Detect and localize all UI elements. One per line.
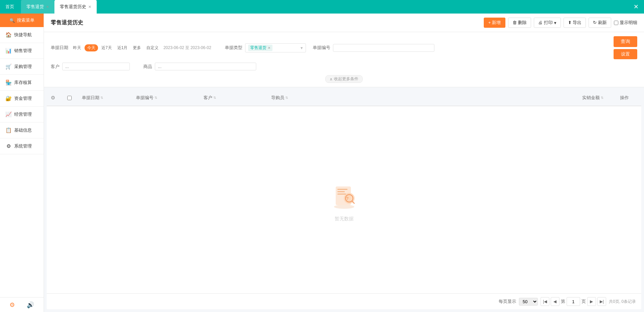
- purchase-icon: 🛒: [5, 64, 11, 70]
- query-button[interactable]: 查询: [614, 36, 637, 47]
- pagination-next-button[interactable]: ▶: [587, 297, 596, 306]
- inventory-icon: 🏪: [5, 80, 11, 86]
- setting-button[interactable]: 设置: [614, 49, 637, 59]
- sidebar-bottom: ⚙ 🔊: [0, 297, 44, 312]
- content-area: 零售退货历史 + 新增 🗑 删除 🖨 打印 ▾ ⬆ 导出 ↻ 刷新: [44, 14, 644, 312]
- tab-home[interactable]: 首页: [0, 0, 20, 14]
- th-action-label: 操作: [620, 95, 629, 101]
- th-guide: 导购员 ⇅: [267, 93, 321, 103]
- filter-goods-input[interactable]: [155, 63, 256, 70]
- th-amount-label: 实销金额: [582, 95, 600, 101]
- refresh-button[interactable]: ↻ 刷新: [589, 18, 611, 28]
- pagination-first-button[interactable]: |◀: [541, 297, 549, 306]
- page-title: 零售退货历史: [51, 19, 83, 26]
- filter-bill-type-tag-text: 零售退货: [250, 45, 266, 51]
- pagination-page-unit: 页: [581, 298, 586, 305]
- th-amount-sort-icon[interactable]: ⇅: [601, 96, 603, 99]
- date-option-yesterday[interactable]: 昨天: [71, 44, 83, 51]
- pagination-nav: |◀ ◀ 第 页 ▶ ▶|: [541, 297, 606, 306]
- filter-bill-no-input[interactable]: [333, 44, 434, 52]
- filter-bill-type-tag-close[interactable]: ✕: [268, 46, 270, 50]
- pagination-page-input[interactable]: [567, 297, 580, 306]
- top-bar: 首页 零售退货 ✕ 零售退货历史 ✕ ✕: [0, 0, 644, 14]
- sidebar-item-operations[interactable]: 📈 经营管理: [0, 107, 44, 122]
- sales-icon: 📊: [5, 48, 11, 54]
- filter-bill-type-label: 单据类型: [225, 45, 242, 51]
- date-option-1month[interactable]: 近1月: [115, 44, 130, 51]
- date-option-custom[interactable]: 自定义: [144, 44, 161, 51]
- date-option-7days[interactable]: 近7天: [99, 44, 114, 51]
- pagination-prev-button[interactable]: ◀: [551, 297, 559, 306]
- page-header: 零售退货历史 + 新增 🗑 删除 🖨 打印 ▾ ⬆ 导出 ↻ 刷新: [44, 14, 644, 32]
- export-button[interactable]: ⬆ 导出: [564, 18, 586, 28]
- setting-button-label: 设置: [621, 51, 630, 57]
- date-option-today[interactable]: 今天: [85, 44, 98, 51]
- th-bill-no-sort-icon[interactable]: ⇅: [154, 96, 157, 99]
- svg-text:?: ?: [346, 196, 349, 201]
- tab-home-label: 首页: [5, 4, 14, 10]
- query-setting-panel: 查询 设置: [614, 36, 637, 59]
- th-action: 操作: [607, 93, 641, 103]
- sidebar-search-label: 搜索菜单: [17, 17, 34, 23]
- new-button[interactable]: + 新增: [484, 18, 505, 28]
- sidebar-item-quick-nav-label: 快捷导航: [14, 32, 32, 38]
- collapse-button[interactable]: ∧ 收起更多条件: [325, 75, 363, 83]
- system-icon: ⚙: [5, 143, 11, 149]
- sidebar-item-purchase-mgmt-label: 采购管理: [14, 64, 32, 70]
- date-option-more[interactable]: 更多: [131, 44, 143, 51]
- filter-bill-no-item: 单据编号: [313, 44, 434, 52]
- delete-button[interactable]: 🗑 删除: [508, 18, 531, 28]
- pagination-page-size-select[interactable]: 50 10 20 100: [519, 298, 538, 306]
- filter-row-2: 客户 商品: [51, 63, 637, 70]
- sidebar-item-quick-nav[interactable]: 🏠 快捷导航: [0, 27, 44, 43]
- filter-customer-input[interactable]: [62, 63, 130, 70]
- tab-retail-return-close[interactable]: ✕: [46, 5, 49, 9]
- tab-retail-return-history-close[interactable]: ✕: [88, 5, 91, 9]
- th-bill-no-label: 单据编号: [136, 95, 153, 101]
- sidebar-item-finance[interactable]: 🔐 资金管理: [0, 91, 44, 107]
- th-customer-label: 客户: [204, 95, 212, 101]
- export-button-label: ⬆ 导出: [568, 20, 582, 26]
- filter-row-1: 单据日期 昨天 今天 近7天 近1月 更多 自定义 2023-06-02 至 2…: [51, 36, 637, 59]
- filter-date-range-item: 2023-06-02 至 2023-06-02: [163, 45, 211, 51]
- pagination-page-size-label: 每页显示: [499, 298, 516, 305]
- print-button-label: 🖨 打印: [538, 20, 553, 26]
- display-toggle-label: 显示明细: [620, 20, 637, 26]
- th-customer-sort-icon[interactable]: ⇅: [213, 96, 216, 99]
- filter-date-label: 单据日期: [51, 45, 68, 51]
- volume-bottom-icon[interactable]: 🔊: [27, 301, 34, 309]
- sidebar-item-basic-info[interactable]: 📋 基础信息: [0, 122, 44, 138]
- pagination-last-button[interactable]: ▶|: [597, 297, 606, 306]
- th-date: 单据日期 ⇅: [78, 93, 132, 103]
- tab-retail-return-history[interactable]: 零售退货历史 ✕: [54, 0, 97, 14]
- sidebar-search-button[interactable]: 🔍 搜索菜单: [0, 14, 44, 27]
- window-close-button[interactable]: ✕: [628, 3, 644, 10]
- sidebar-item-sales-mgmt[interactable]: 📊 销售管理: [0, 43, 44, 59]
- filter-date-item: 单据日期 昨天 今天 近7天 近1月 更多 自定义: [51, 44, 161, 51]
- pagination: 每页显示 50 10 20 100 |◀ ◀ 第 页 ▶ ▶| 共0页, 0条记…: [47, 293, 641, 309]
- th-guide-sort-icon[interactable]: ⇅: [285, 96, 288, 99]
- filter-bill-type-select[interactable]: 零售退货 ✕ ▾: [245, 43, 306, 52]
- query-button-label: 查询: [621, 39, 630, 45]
- new-button-label: + 新增: [488, 20, 501, 26]
- sidebar-item-system[interactable]: ⚙ 系统管理: [0, 138, 44, 154]
- display-toggle-checkbox[interactable]: [614, 21, 618, 25]
- filter-bill-no-label: 单据编号: [313, 45, 330, 51]
- th-date-sort-icon[interactable]: ⇅: [100, 96, 103, 99]
- settings-bottom-icon[interactable]: ⚙: [9, 301, 15, 309]
- pagination-total-text: 共0页, 0条记录: [609, 299, 636, 305]
- sidebar-item-basic-info-label: 基础信息: [14, 127, 32, 133]
- tab-retail-return[interactable]: 零售退货 ✕: [21, 0, 54, 14]
- table-header: ⚙ 单据日期 ⇅ 单据编号 ⇅ 客户 ⇅ 导购员: [47, 90, 641, 106]
- table-settings-icon[interactable]: ⚙: [51, 95, 55, 101]
- sidebar-item-system-label: 系统管理: [14, 143, 32, 149]
- display-toggle[interactable]: 显示明细: [614, 20, 637, 26]
- select-all-checkbox[interactable]: [67, 96, 72, 100]
- delete-button-label: 🗑 删除: [512, 20, 527, 26]
- print-button[interactable]: 🖨 打印 ▾: [534, 18, 561, 28]
- svg-rect-3: [337, 191, 345, 192]
- sidebar-item-purchase-mgmt[interactable]: 🛒 采购管理: [0, 59, 44, 75]
- basic-info-icon: 📋: [5, 127, 11, 133]
- sidebar-item-inventory[interactable]: 🏪 库存核算: [0, 75, 44, 91]
- table-area: ⚙ 单据日期 ⇅ 单据编号 ⇅ 客户 ⇅ 导购员: [47, 90, 641, 309]
